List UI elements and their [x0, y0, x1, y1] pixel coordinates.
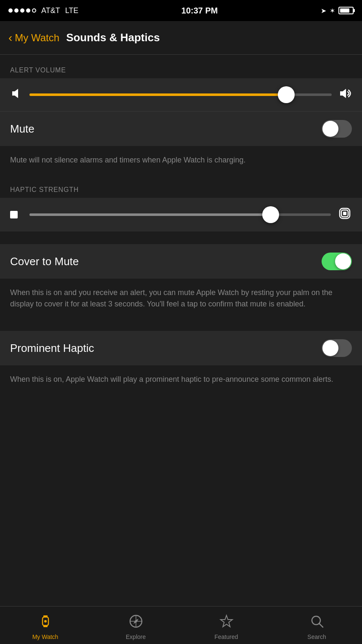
prominent-haptic-description-block: When this is on, Apple Watch will play a… — [0, 365, 362, 394]
tab-bar: My Watch Explore Featured Search — [0, 606, 362, 644]
svg-marker-13 — [221, 615, 232, 627]
nav-header: ‹ My Watch Sounds & Haptics — [0, 21, 362, 55]
volume-slider-thumb[interactable] — [278, 86, 295, 103]
signal-dot-1 — [8, 8, 13, 13]
battery-indicator — [338, 7, 354, 14]
mute-description: Mute will not silence alarms and timers … — [10, 154, 352, 166]
section-spacer-1 — [0, 232, 362, 244]
status-bar: AT&T LTE 10:37 PM ➤ ✶ — [0, 0, 362, 21]
mute-row: Mute — [0, 111, 362, 146]
haptic-slider-track — [29, 213, 331, 216]
svg-rect-6 — [43, 615, 48, 617]
network-type: LTE — [65, 6, 79, 15]
status-right: ➤ ✶ — [321, 7, 354, 15]
battery-fill — [340, 8, 349, 13]
volume-low-icon — [10, 88, 23, 102]
cover-to-mute-description: When this is on and you receive an alert… — [10, 287, 352, 310]
haptic-slider[interactable] — [29, 213, 331, 216]
tab-search-icon — [309, 614, 325, 631]
tab-my-watch[interactable]: My Watch — [0, 610, 90, 640]
mute-label: Mute — [10, 122, 35, 136]
alert-volume-card: Mute — [0, 78, 362, 146]
haptic-slider-thumb[interactable] — [262, 206, 279, 223]
tab-explore-icon — [128, 614, 144, 631]
cover-to-mute-description-block: When this is on and you receive an alert… — [0, 279, 362, 318]
cover-to-mute-card: Cover to Mute — [0, 244, 362, 279]
prominent-haptic-toggle[interactable] — [322, 339, 352, 357]
svg-marker-1 — [340, 89, 346, 98]
signal-dot-3 — [20, 8, 24, 13]
status-left: AT&T LTE — [8, 6, 78, 15]
cover-to-mute-label: Cover to Mute — [10, 255, 79, 268]
signal-dot-2 — [14, 8, 19, 13]
svg-rect-7 — [43, 625, 48, 627]
carrier-text: AT&T — [41, 6, 60, 15]
back-chevron-icon: ‹ — [8, 32, 12, 44]
volume-high-icon — [338, 87, 352, 103]
haptic-low-icon — [10, 211, 23, 218]
tab-explore-label: Explore — [126, 633, 146, 640]
haptic-slider-row[interactable] — [0, 198, 362, 232]
haptic-strength-card — [0, 198, 362, 232]
haptic-slider-fill — [29, 213, 271, 216]
volume-slider-row[interactable] — [0, 78, 362, 111]
haptic-high-icon — [338, 206, 352, 223]
location-icon: ➤ — [321, 7, 326, 15]
svg-point-8 — [44, 620, 47, 623]
signal-dots — [8, 8, 36, 13]
tab-featured-icon — [219, 614, 234, 631]
prominent-haptic-description: When this is on, Apple Watch will play a… — [10, 374, 352, 385]
tab-my-watch-label: My Watch — [32, 633, 59, 640]
mute-description-block: Mute will not silence alarms and timers … — [0, 146, 362, 174]
tab-featured-label: Featured — [214, 633, 238, 640]
bluetooth-icon: ✶ — [330, 7, 335, 15]
alert-volume-header: ALERT VOLUME — [0, 55, 362, 78]
prominent-haptic-card: Prominent Haptic — [0, 331, 362, 365]
signal-dot-5 — [32, 8, 36, 13]
cover-to-mute-row: Cover to Mute — [0, 244, 362, 279]
prominent-haptic-toggle-knob — [322, 340, 338, 356]
section-spacer-2 — [0, 318, 362, 331]
mute-toggle-knob — [322, 121, 338, 137]
status-time: 10:37 PM — [181, 6, 218, 16]
signal-dot-4 — [26, 8, 30, 13]
tab-featured[interactable]: Featured — [181, 610, 272, 640]
prominent-haptic-label: Prominent Haptic — [10, 342, 94, 355]
tab-search-label: Search — [307, 633, 326, 640]
svg-marker-0 — [12, 89, 18, 98]
svg-rect-2 — [343, 212, 346, 215]
mute-toggle[interactable] — [322, 120, 352, 138]
prominent-haptic-row: Prominent Haptic — [0, 331, 362, 365]
main-content: ALERT VOLUME — [0, 55, 362, 606]
tab-my-watch-icon — [38, 614, 53, 631]
haptic-strength-header: HAPTIC STRENGTH — [0, 174, 362, 198]
tab-explore[interactable]: Explore — [90, 610, 181, 640]
cover-to-mute-toggle[interactable] — [322, 253, 352, 270]
back-label: My Watch — [15, 32, 59, 44]
cover-to-mute-toggle-knob — [335, 253, 351, 269]
volume-slider-fill — [29, 93, 286, 96]
svg-line-15 — [319, 623, 323, 627]
volume-slider[interactable] — [29, 93, 332, 96]
tab-search[interactable]: Search — [272, 610, 362, 640]
page-title: Sounds & Haptics — [66, 31, 160, 44]
back-button[interactable]: ‹ My Watch — [8, 32, 59, 44]
